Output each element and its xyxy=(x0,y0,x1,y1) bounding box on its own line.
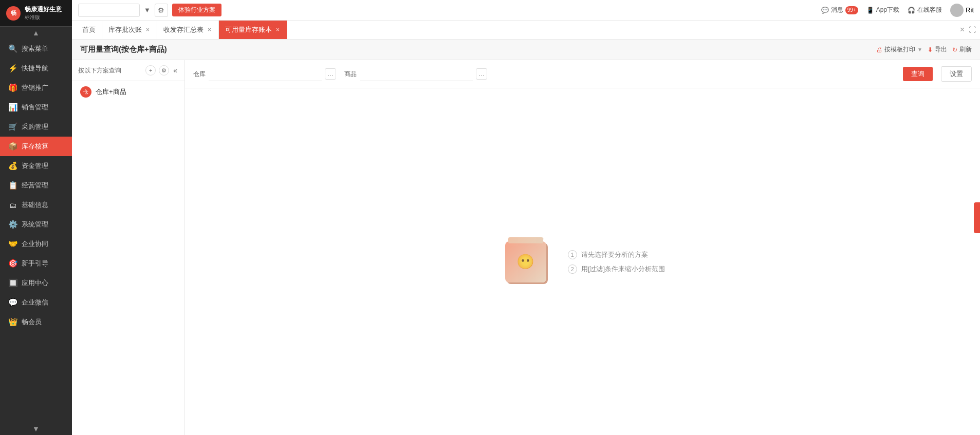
page-header: 可用量查询(按仓库+商品) 🖨 按模板打印 ▼ ⬇ 导出 ↻ 刷新 xyxy=(72,40,980,60)
search-icon: 🔍 xyxy=(8,44,17,53)
tab-batch[interactable]: 库存批次账 × xyxy=(102,21,157,39)
sidebar-item-label: 新手引导 xyxy=(22,259,48,268)
empty-tips: 1 请先选择要分析的方案 2 用[过滤]条件来缩小分析范围 xyxy=(568,250,665,274)
sidebar: 畅 畅康通好生意 标准版 ▲ 🔍 搜索菜单 ⚡ 快捷导航 🎁 营销推广 📊 销售… xyxy=(0,0,72,435)
tab-summary[interactable]: 收发存汇总表 × xyxy=(157,21,219,39)
message-btn[interactable]: 💬 消息 99+ xyxy=(821,6,858,14)
tabbar-actions: × ⛶ xyxy=(956,21,980,39)
tabbar: 首页 库存批次账 × 收发存汇总表 × 可用量库存账本 × × ⛶ xyxy=(72,21,980,40)
chevron-down-icon: ▼ xyxy=(32,425,40,433)
empty-box-graphic: 😶 xyxy=(505,241,546,282)
sidebar-item-shortcut[interactable]: ⚡ 快捷导航 xyxy=(0,59,72,78)
main-area: ▼ ⚙ 体验行业方案 💬 消息 99+ 📱 App下载 🎧 在线客服 Rit xyxy=(72,0,980,435)
add-schema-btn[interactable]: + xyxy=(145,65,156,75)
topbar-search-input[interactable] xyxy=(78,4,140,17)
tab-available-label: 可用量库存账本 xyxy=(225,25,272,34)
topbar-dropdown[interactable]: ▼ xyxy=(144,6,151,14)
tab-batch-close[interactable]: × xyxy=(145,25,151,34)
online-service-btn[interactable]: 🎧 在线客服 xyxy=(908,6,942,14)
sidebar-header: 畅 畅康通好生意 标准版 xyxy=(0,0,72,27)
tab-available-close[interactable]: × xyxy=(275,25,281,34)
sidebar-item-purchase[interactable]: 🛒 采购管理 xyxy=(0,117,72,137)
user-name: Rit xyxy=(966,6,974,14)
export-btn[interactable]: ⬇ 导出 xyxy=(928,45,947,54)
sidebar-item-label: 应用中心 xyxy=(22,278,48,288)
enterprise-icon: 🤝 xyxy=(8,239,17,249)
right-edge-handle[interactable] xyxy=(974,202,980,233)
user-menu[interactable]: Rit xyxy=(950,4,974,17)
guide-icon: 🎯 xyxy=(8,259,17,268)
sidebar-item-wechat[interactable]: 💬 企业微信 xyxy=(0,293,72,312)
product-more-btn[interactable]: … xyxy=(476,68,487,80)
sidebar-item-finance[interactable]: 💰 资金管理 xyxy=(0,156,72,176)
gear-icon: ⚙ xyxy=(158,6,164,14)
tab-summary-close[interactable]: × xyxy=(207,25,212,34)
settings-schema-btn[interactable]: ⚙ xyxy=(159,65,169,75)
tip-num-2: 2 xyxy=(568,264,577,274)
tabbar-close-all-btn[interactable]: × xyxy=(960,25,965,34)
empty-tip-1: 1 请先选择要分析的方案 xyxy=(568,250,665,259)
collapse-panel-btn[interactable]: « xyxy=(172,65,178,75)
sidebar-item-label: 畅会员 xyxy=(22,317,42,327)
trial-button[interactable]: 体验行业方案 xyxy=(172,4,221,16)
sidebar-item-marketing[interactable]: 🎁 营销推广 xyxy=(0,78,72,98)
tab-available[interactable]: 可用量库存账本 × xyxy=(219,21,287,39)
sidebar-scroll-up[interactable]: ▲ xyxy=(0,27,72,39)
query-button[interactable]: 查询 xyxy=(903,67,933,81)
sidebar-item-label: 快捷导航 xyxy=(22,64,48,73)
refresh-btn[interactable]: ↻ 刷新 xyxy=(952,45,972,54)
empty-illustration: 😶 xyxy=(500,236,551,288)
sidebar-item-label: 营销推广 xyxy=(22,83,48,92)
box-face-icon: 😶 xyxy=(516,253,534,270)
product-input[interactable] xyxy=(360,67,473,81)
sidebar-item-inventory[interactable]: 📦 库存核算 xyxy=(0,137,72,156)
sidebar-item-basic[interactable]: 🗂 基础信息 xyxy=(0,195,72,215)
tabbar-expand-btn[interactable]: ⛶ xyxy=(969,26,976,34)
warehouse-more-btn[interactable]: … xyxy=(325,68,336,80)
dropdown-arrow-icon: ▼ xyxy=(144,6,151,14)
sidebar-item-search[interactable]: 🔍 搜索菜单 xyxy=(0,39,72,59)
apps-icon: 🔲 xyxy=(8,278,17,288)
filter-bar: 仓库 … 商品 … 查询 设置 xyxy=(185,60,980,88)
topbar: ▼ ⚙ 体验行业方案 💬 消息 99+ 📱 App下载 🎧 在线客服 Rit xyxy=(72,0,980,21)
sidebar-item-label: 企业协同 xyxy=(22,239,48,249)
sidebar-item-member[interactable]: 👑 畅会员 xyxy=(0,312,72,332)
sidebar-item-apps[interactable]: 🔲 应用中心 xyxy=(0,273,72,293)
page-actions: 🖨 按模板打印 ▼ ⬇ 导出 ↻ 刷新 xyxy=(876,45,972,54)
member-icon: 👑 xyxy=(8,317,17,327)
product-field: 商品 … xyxy=(344,67,487,81)
mobile-icon: 📱 xyxy=(866,7,874,14)
sidebar-edition: 标准版 xyxy=(25,14,62,21)
schema-item-warehouse-product[interactable]: 仓 仓库+商品 xyxy=(72,81,184,103)
tip-num-1: 1 xyxy=(568,250,577,259)
sidebar-company: 畅康通好生意 xyxy=(25,5,62,14)
sidebar-item-guide[interactable]: 🎯 新手引导 xyxy=(0,254,72,273)
empty-state: 😶 1 请先选择要分析的方案 2 用[过滤]条件来缩小分析范围 xyxy=(185,88,980,435)
basic-icon: 🗂 xyxy=(8,201,17,210)
warehouse-label: 仓库 xyxy=(193,70,206,79)
sidebar-item-label: 系统管理 xyxy=(22,220,48,229)
schema-item-label: 仓库+商品 xyxy=(96,87,126,97)
sidebar-item-label: 采购管理 xyxy=(22,122,48,131)
settings-button[interactable]: 设置 xyxy=(941,66,972,82)
app-download-btn[interactable]: 📱 App下载 xyxy=(866,6,899,14)
left-panel-title: 按以下方案查询 xyxy=(78,66,121,75)
warehouse-input[interactable] xyxy=(209,67,322,81)
operation-icon: 📋 xyxy=(8,181,17,190)
sidebar-item-operation[interactable]: 📋 经营管理 xyxy=(0,176,72,195)
topbar-gear-btn[interactable]: ⚙ xyxy=(155,4,168,17)
sales-icon: 📊 xyxy=(8,103,17,112)
wechat-icon: 💬 xyxy=(8,298,17,307)
system-icon: ⚙️ xyxy=(8,220,17,229)
sidebar-item-system[interactable]: ⚙️ 系统管理 xyxy=(0,215,72,234)
sidebar-item-sales[interactable]: 📊 销售管理 xyxy=(0,98,72,117)
sidebar-menu: 🔍 搜索菜单 ⚡ 快捷导航 🎁 营销推广 📊 销售管理 🛒 采购管理 📦 库存核… xyxy=(0,39,72,423)
topbar-right: 💬 消息 99+ 📱 App下载 🎧 在线客服 Rit xyxy=(821,4,974,17)
sidebar-scroll-down[interactable]: ▼ xyxy=(0,423,72,435)
right-panel: 仓库 … 商品 … 查询 设置 😶 xyxy=(185,60,980,435)
finance-icon: 💰 xyxy=(8,161,17,171)
sidebar-item-enterprise[interactable]: 🤝 企业协同 xyxy=(0,234,72,254)
refresh-icon: ↻ xyxy=(952,46,957,53)
tab-home[interactable]: 首页 xyxy=(76,21,102,39)
print-btn[interactable]: 🖨 按模板打印 ▼ xyxy=(876,45,922,54)
